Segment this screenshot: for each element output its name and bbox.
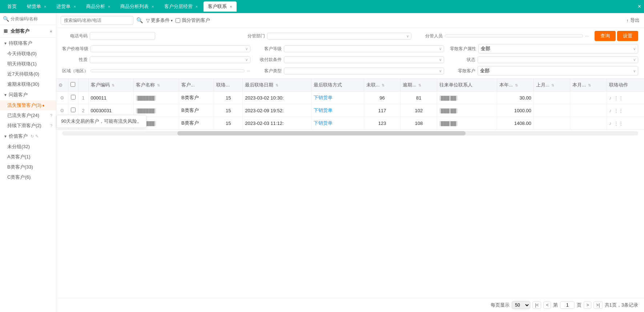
contact-icon[interactable]: ♪ bbox=[609, 95, 612, 101]
contact-type-link[interactable]: 下销货单 bbox=[314, 108, 333, 113]
close-icon[interactable]: × bbox=[108, 4, 110, 9]
query-button[interactable]: 查询 bbox=[595, 31, 616, 41]
close-icon[interactable]: × bbox=[230, 4, 232, 9]
contact-type-link[interactable]: 下销货单 bbox=[314, 95, 333, 100]
more-actions-icon[interactable]: ⋮⋮ bbox=[614, 108, 623, 113]
sort-icon[interactable]: ⇅ bbox=[515, 83, 518, 87]
section-value-customers[interactable]: ▼ 价值客户 ↻ ✎ bbox=[0, 131, 56, 142]
gear-icon[interactable]: ⚙ bbox=[59, 82, 63, 88]
last-contact-type-cell[interactable]: 下销货单 bbox=[311, 92, 364, 104]
person-select[interactable] bbox=[445, 35, 583, 37]
tab-purchase[interactable]: 进货单 × bbox=[52, 1, 80, 12]
horizontal-scrollbar[interactable] bbox=[62, 131, 638, 135]
tab-customer-contact[interactable]: 客户联系 × bbox=[204, 1, 236, 12]
gear-cell[interactable]: ⚙ bbox=[56, 92, 68, 104]
payment-select[interactable]: ∨ bbox=[284, 56, 444, 63]
my-customers-check[interactable] bbox=[176, 18, 180, 23]
this-month-cell bbox=[570, 92, 607, 104]
contact-icon[interactable]: ♪ bbox=[609, 108, 612, 113]
sort-icon[interactable]: ⇅ bbox=[588, 83, 591, 87]
last-contact-type-cell[interactable]: 下销货单 bbox=[311, 117, 364, 130]
sort-icon[interactable]: ⇅ bbox=[551, 83, 554, 87]
page-number-input[interactable] bbox=[560, 301, 575, 309]
tab-home[interactable]: 首页 bbox=[3, 1, 21, 12]
sidebar-item-today[interactable]: 今天待联络(0) bbox=[0, 49, 56, 59]
chevron-down-icon: ∨ bbox=[245, 58, 248, 62]
more-actions-icon[interactable]: ⋮⋮ bbox=[614, 121, 623, 126]
refresh-icon[interactable]: ↻ bbox=[31, 134, 34, 139]
sidebar-item-declining[interactable]: 持续下滑客户(2) ? bbox=[0, 121, 56, 131]
more-conditions-button[interactable]: ▽ 更多条件 ▾ bbox=[146, 17, 173, 24]
edit-icon[interactable]: ✎ bbox=[35, 134, 39, 139]
zero-customer-select[interactable]: 全部 ∨ bbox=[478, 66, 638, 76]
sidebar-item-ungrouped[interactable]: 未分组(32) bbox=[0, 142, 56, 152]
settings-button[interactable]: 设置 bbox=[617, 31, 638, 41]
my-customers-checkbox[interactable]: 我分管的客户 bbox=[176, 17, 210, 24]
tab-analysis[interactable]: 商品分析 × bbox=[82, 1, 114, 12]
checkbox-cell[interactable] bbox=[68, 92, 78, 104]
row-checkbox[interactable] bbox=[71, 108, 76, 112]
sort-icon[interactable]: ⇅ bbox=[275, 83, 278, 87]
region-select[interactable] bbox=[90, 69, 245, 72]
gear-icon[interactable]: ⚙ bbox=[60, 95, 64, 101]
gear-icon[interactable]: ⚙ bbox=[60, 108, 64, 113]
sort-icon[interactable]: ⇅ bbox=[418, 83, 421, 87]
more-icon[interactable]: ··· bbox=[585, 33, 589, 39]
next-page-button[interactable]: > bbox=[584, 301, 591, 309]
customer-level-select[interactable]: ∨ bbox=[284, 45, 444, 52]
export-button[interactable]: ↑ 导出 bbox=[627, 17, 640, 24]
filter-icon: ▽ bbox=[146, 18, 150, 23]
more-icon[interactable]: ··· bbox=[247, 68, 250, 73]
gender-select[interactable]: ∨ bbox=[90, 56, 250, 63]
search-input[interactable] bbox=[61, 16, 133, 25]
tab-customer-segment[interactable]: 客户分层经营 × bbox=[160, 1, 202, 12]
sidebar-item-churned[interactable]: 已流失客户(24) ? bbox=[0, 110, 56, 121]
tab-analysis-list[interactable]: 商品分析列表 × bbox=[116, 1, 158, 12]
tab-sales[interactable]: 销货单 × bbox=[23, 1, 51, 12]
phone-input[interactable] bbox=[90, 32, 155, 40]
table-header-row: ⚙ 客户编码 ⇅ 客户名称 ⇅ bbox=[56, 79, 644, 92]
sidebar-search-input[interactable] bbox=[11, 16, 56, 21]
sidebar-item-class-b[interactable]: B类客户(33) bbox=[0, 162, 56, 172]
sidebar-item-churn-warning[interactable]: 流失预警客户(3) ● bbox=[0, 100, 56, 110]
price-level-select[interactable]: ∨ bbox=[90, 45, 250, 52]
sidebar-root[interactable]: ⊞ 全部客户 « bbox=[0, 25, 56, 38]
last-contact-type-cell[interactable]: 下销货单 bbox=[311, 104, 364, 117]
scrollbar-thumb[interactable] bbox=[177, 131, 466, 135]
search-submit-icon[interactable]: 🔍 bbox=[136, 17, 143, 24]
sort-icon[interactable]: ⇅ bbox=[112, 83, 114, 87]
more-actions-icon[interactable]: ⋮⋮ bbox=[614, 95, 623, 101]
zero-attr-select[interactable]: 全部 ∨ bbox=[478, 44, 638, 53]
status-select[interactable]: ∨ bbox=[478, 56, 638, 63]
close-icon[interactable]: × bbox=[152, 4, 154, 9]
sort-icon[interactable]: ⇅ bbox=[157, 83, 160, 87]
close-icon[interactable]: × bbox=[44, 4, 46, 9]
sidebar-item-7days[interactable]: 近7天待联络(0) bbox=[0, 69, 56, 79]
sidebar-item-class-a[interactable]: A类客户(1) bbox=[0, 152, 56, 162]
last-page-button[interactable]: >| bbox=[593, 301, 602, 309]
collapse-button[interactable]: « bbox=[50, 29, 52, 34]
section-problem-customers[interactable]: ▼ 问题客户 bbox=[0, 89, 56, 100]
section-pending-contact[interactable]: ▼ 待联络客户 bbox=[0, 38, 56, 49]
main-container: 🔍 ⊞ 全部客户 « ▼ 待联络客户 今天待联络(0) 明天待联络(1) 近7天… bbox=[0, 13, 644, 312]
uncontacted-cell: 96 bbox=[364, 92, 401, 104]
dept-select[interactable]: ∨ bbox=[267, 33, 411, 40]
table-area: ⚙ 客户编码 ⇅ 客户名称 ⇅ bbox=[56, 79, 644, 298]
sidebar-item-overdue-contact[interactable]: 逾期未联络(30) bbox=[0, 79, 56, 89]
close-all-button[interactable]: × bbox=[638, 3, 641, 10]
per-page-select[interactable]: 50 100 bbox=[512, 301, 530, 309]
prev-page-button[interactable]: < bbox=[543, 301, 551, 309]
close-icon[interactable]: × bbox=[196, 4, 198, 9]
sort-icon[interactable]: ⇅ bbox=[382, 83, 385, 87]
sidebar-item-class-c[interactable]: C类客户(6) bbox=[0, 172, 56, 182]
close-icon[interactable]: × bbox=[73, 4, 76, 9]
select-all-checkbox[interactable] bbox=[71, 82, 75, 87]
sidebar-item-tomorrow[interactable]: 明天待联络(1) bbox=[0, 59, 56, 69]
row-checkbox[interactable] bbox=[71, 95, 76, 100]
contact-type-link[interactable]: 下销货单 bbox=[314, 120, 333, 126]
uncontacted-header: 未联... ⇅ bbox=[364, 79, 401, 92]
first-page-button[interactable]: |< bbox=[532, 301, 541, 309]
contact-icon[interactable]: ♪ bbox=[609, 121, 612, 126]
level-cell: B类客户 bbox=[179, 92, 214, 104]
customer-type-select[interactable]: ∨ bbox=[284, 68, 444, 74]
